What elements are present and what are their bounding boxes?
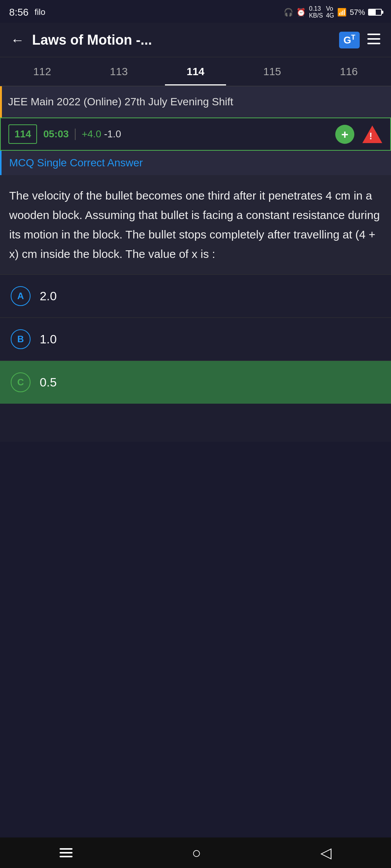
nav-home-button[interactable]: ○ bbox=[192, 844, 201, 862]
options-container: A 2.0 B 1.0 C 0.5 bbox=[0, 274, 391, 404]
hamburger-icon bbox=[60, 848, 73, 857]
option-b-value: 1.0 bbox=[40, 332, 57, 346]
question-time: 05:03 bbox=[43, 128, 69, 140]
option-a-circle: A bbox=[11, 286, 31, 306]
warning-triangle-icon bbox=[362, 126, 382, 143]
option-c-circle: C bbox=[11, 372, 31, 392]
alarm-icon: ⏰ bbox=[296, 8, 306, 17]
nav-menu-button[interactable] bbox=[60, 848, 73, 857]
signal-icon: 📶 bbox=[337, 8, 347, 17]
question-marks: +4.0 -1.0 bbox=[82, 128, 121, 140]
question-type-label: MCQ Single Correct Answer bbox=[9, 157, 143, 169]
status-app: filo bbox=[35, 7, 45, 17]
question-type-bar: MCQ Single Correct Answer bbox=[0, 151, 391, 175]
battery-percent: 57% bbox=[350, 8, 365, 17]
back-icon: ◁ bbox=[320, 844, 331, 861]
option-c-row[interactable]: C 0.5 bbox=[0, 361, 391, 404]
page-title: Laws of Motion -... bbox=[32, 32, 339, 48]
marks-positive: +4.0 bbox=[82, 128, 101, 140]
question-text: The velocity of the bullet becomes one t… bbox=[9, 186, 382, 264]
question-number: 114 bbox=[8, 124, 37, 144]
translate-button[interactable]: GT bbox=[339, 32, 360, 48]
option-b-circle: B bbox=[11, 329, 31, 349]
filter-button[interactable] bbox=[367, 32, 380, 47]
question-actions: + bbox=[335, 125, 383, 144]
option-a-letter: A bbox=[17, 291, 24, 301]
status-icons: 🎧 ⏰ 0.13KB/S Vo4G 📶 57% bbox=[284, 5, 382, 19]
tab-114[interactable]: 114 bbox=[157, 58, 234, 85]
headphone-icon: 🎧 bbox=[284, 8, 293, 17]
option-c-letter: C bbox=[17, 377, 24, 388]
status-time: 8:56 bbox=[9, 6, 29, 18]
svg-rect-0 bbox=[367, 34, 380, 35]
tab-115[interactable]: 115 bbox=[234, 58, 310, 85]
translate-icon: GT bbox=[343, 34, 355, 46]
page-tabs: 112 113 114 115 116 bbox=[0, 57, 391, 86]
add-button[interactable]: + bbox=[335, 125, 354, 144]
top-bar: ← Laws of Motion -... GT bbox=[0, 23, 391, 57]
warning-button[interactable] bbox=[362, 125, 383, 144]
option-a-value: 2.0 bbox=[40, 289, 57, 303]
section-header: JEE Main 2022 (Online) 27th July Evening… bbox=[0, 86, 391, 118]
question-body: The velocity of the bullet becomes one t… bbox=[0, 175, 391, 274]
nav-back-button[interactable]: ◁ bbox=[320, 844, 331, 861]
tab-113[interactable]: 113 bbox=[81, 58, 157, 85]
home-icon: ○ bbox=[192, 844, 201, 862]
tab-112[interactable]: 112 bbox=[4, 58, 81, 85]
battery-icon bbox=[368, 9, 382, 16]
status-bar: 8:56 filo 🎧 ⏰ 0.13KB/S Vo4G 📶 57% bbox=[0, 0, 391, 23]
add-icon: + bbox=[341, 128, 349, 140]
speed-indicator: 0.13KB/S bbox=[309, 5, 323, 19]
bottom-nav: ○ ◁ bbox=[0, 837, 391, 868]
option-a-row[interactable]: A 2.0 bbox=[0, 274, 391, 317]
option-b-row[interactable]: B 1.0 bbox=[0, 317, 391, 361]
network-indicator: Vo4G bbox=[326, 5, 334, 19]
question-meta: 114 05:03 +4.0 -1.0 + bbox=[0, 118, 391, 151]
section-header-text: JEE Main 2022 (Online) 27th July Evening… bbox=[8, 96, 233, 108]
tab-116[interactable]: 116 bbox=[310, 58, 387, 85]
svg-rect-1 bbox=[367, 38, 380, 40]
option-c-value: 0.5 bbox=[40, 375, 57, 390]
svg-rect-2 bbox=[367, 43, 380, 44]
back-button[interactable]: ← bbox=[11, 32, 24, 48]
option-b-letter: B bbox=[17, 334, 24, 345]
marks-negative: -1.0 bbox=[104, 128, 121, 140]
meta-divider bbox=[75, 129, 76, 140]
